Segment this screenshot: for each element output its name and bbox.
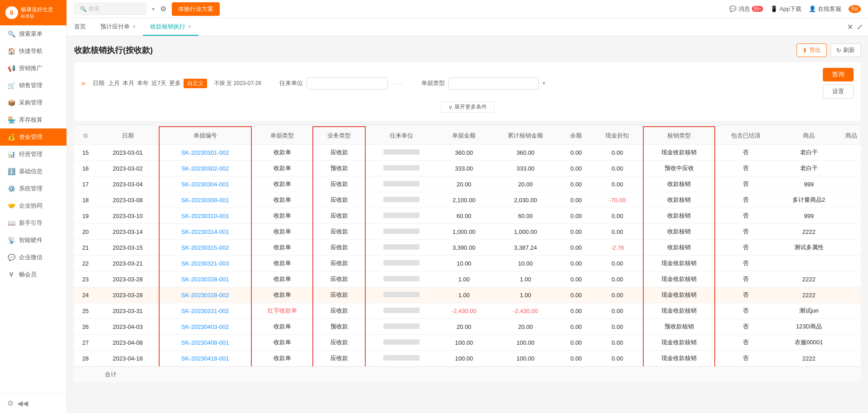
table-row[interactable]: 23 2023-03-28 SK-20230328-001 收款单 应收款 1.…: [74, 271, 861, 287]
date-opt-7days[interactable]: 近7天: [151, 79, 166, 87]
sidebar-item-wechat[interactable]: 💬企业微信: [0, 249, 66, 266]
cell-writeoff-amount: 100.00: [491, 335, 561, 351]
query-button[interactable]: 查询: [823, 68, 854, 81]
table-row[interactable]: 15 2023-03-01 SK-20230301-002 收款单 应收款 36…: [74, 145, 861, 161]
bill-type-input[interactable]: [448, 77, 539, 90]
bill-no-link[interactable]: SK-20230321-003: [181, 260, 229, 267]
cell-partner: [365, 192, 438, 208]
export-button[interactable]: ⬆ 导出: [797, 43, 827, 57]
cell-biz-type: 应收款: [313, 176, 365, 192]
sidebar-item-enterprise[interactable]: 🤝企业协同: [0, 197, 66, 214]
bill-no-link[interactable]: SK-20230302-002: [181, 165, 229, 172]
cell-biz-type: 预收款: [313, 161, 365, 176]
search-icon-topbar: 🔍: [80, 6, 87, 12]
sidebar-item-sales[interactable]: 🛒销售管理: [0, 77, 66, 94]
date-opt-custom[interactable]: 自定义: [184, 79, 207, 88]
cell-biz-type: 应收款: [313, 240, 365, 256]
sidebar-item-marketing[interactable]: 📢营销推广: [0, 60, 66, 77]
date-opt-this-year[interactable]: 本年: [137, 79, 149, 87]
col-header-balance: 余额: [561, 127, 592, 145]
sidebar-item-smart[interactable]: 📡智能硬件: [0, 232, 66, 249]
cell-bill-amount: 100.00: [438, 335, 491, 351]
filter-expand-toggle[interactable]: »: [81, 79, 85, 87]
sidebar-item-newbie[interactable]: 📖新手引导: [0, 214, 66, 232]
partner-input[interactable]: [307, 77, 388, 90]
wechat-icon: 💬: [7, 254, 15, 261]
cell-no: 21: [74, 240, 97, 256]
online-service-item[interactable]: 👤 在线客服: [809, 5, 841, 13]
tab-prepay[interactable]: 预计应付单 ×: [93, 18, 143, 36]
bill-no-link[interactable]: SK-20230308-001: [181, 197, 229, 204]
setting-button[interactable]: 设置: [823, 84, 854, 99]
bill-no-link[interactable]: SK-20230408-001: [181, 339, 229, 346]
cell-no: 27: [74, 335, 97, 351]
table-row[interactable]: 20 2023-03-14 SK-20230314-001 收款单 应收款 1,…: [74, 224, 861, 240]
table-row[interactable]: 18 2023-03-08 SK-20230308-001 收款单 应收款 2,…: [74, 192, 861, 208]
bill-no-link[interactable]: SK-20230304-001: [181, 181, 229, 188]
tab-home[interactable]: 首页: [67, 18, 93, 36]
cell-include-settled: 否: [715, 145, 776, 161]
topbar-gear-icon[interactable]: ⚙: [160, 5, 166, 13]
settings-footer-icon[interactable]: ⚙: [7, 399, 14, 408]
cell-partner: [365, 319, 438, 335]
dropdown-arrow-icon[interactable]: ▾: [542, 80, 545, 86]
tab-writeoff-close[interactable]: ×: [188, 24, 191, 30]
collapse-icon[interactable]: ◀◀: [17, 399, 28, 408]
bill-no-link[interactable]: SK-20230331-002: [181, 308, 229, 314]
bill-no-link[interactable]: SK-20230310-001: [181, 213, 229, 219]
table-row[interactable]: 28 2023-04-18 SK-20230418-001 收款单 应收款 10…: [74, 351, 861, 366]
table-row[interactable]: 19 2023-03-10 SK-20230310-001 收款单 应收款 60…: [74, 208, 861, 224]
sidebar-item-purchase[interactable]: 📦采购管理: [0, 94, 66, 111]
bill-no-link[interactable]: SK-20230301-002: [181, 149, 229, 156]
date-opt-this-month[interactable]: 本月: [123, 79, 134, 87]
user-item[interactable]: Rit: [849, 5, 861, 13]
message-item[interactable]: 💬 消息 99+: [729, 5, 763, 13]
sidebar-item-system[interactable]: ⚙️系统管理: [0, 180, 66, 197]
date-opt-more[interactable]: 更多: [169, 79, 181, 87]
sidebar-item-inventory[interactable]: 🏪库存核算: [0, 111, 66, 128]
expand-more-button[interactable]: ∨ 展开更多条件: [441, 101, 495, 113]
table-row[interactable]: 16 2023-03-02 SK-20230302-002 收款单 预收款 33…: [74, 161, 861, 176]
tab-expand-icon[interactable]: ⤢: [857, 23, 863, 31]
cell-product: 2222: [776, 287, 842, 303]
sidebar-item-member[interactable]: V畅会员: [0, 266, 66, 283]
date-opt-last-month[interactable]: 上月: [108, 79, 120, 87]
table-row[interactable]: 17 2023-03-04 SK-20230304-001 收款单 应收款 20…: [74, 176, 861, 192]
cell-cash-discount: 0.00: [592, 161, 643, 176]
bill-no-link[interactable]: SK-20230315-002: [181, 244, 229, 251]
bill-no-link[interactable]: SK-20230328-001: [181, 276, 229, 283]
tab-close-all-icon[interactable]: ✕: [847, 23, 853, 31]
col-header-date: 日期: [97, 127, 159, 145]
tab-prepay-close[interactable]: ×: [132, 24, 136, 30]
cell-writeoff-type: 收款核销: [643, 208, 715, 224]
bill-no-link[interactable]: SK-20230418-001: [181, 355, 229, 362]
cell-product: [776, 256, 842, 271]
bill-no-link[interactable]: SK-20230403-002: [181, 323, 229, 330]
bill-no-link[interactable]: SK-20230314-001: [181, 228, 229, 235]
solution-button[interactable]: 体验行业方案: [172, 2, 220, 16]
table-scroll[interactable]: ⚙ 日期 单据编号 单据类型 业务类型 往来单位 单据金额 累计核销金额 余额 …: [74, 126, 861, 366]
table-row[interactable]: 27 2023-04-08 SK-20230408-001 收款单 应收款 10…: [74, 335, 861, 351]
table-row[interactable]: 22 2023-03-21 SK-20230321-003 收款单 应收款 10…: [74, 256, 861, 271]
table-row[interactable]: 21 2023-03-15 SK-20230315-002 收款单 应收款 3,…: [74, 240, 861, 256]
sidebar-item-search[interactable]: 🔍搜索菜单: [0, 25, 66, 43]
sidebar-item-operations[interactable]: 📊经营管理: [0, 146, 66, 163]
table-row[interactable]: 26 2023-04-03 SK-20230403-002 收款单 预收款 20…: [74, 319, 861, 335]
app-download-item[interactable]: 📱 App下载: [770, 5, 802, 13]
sidebar-item-finance[interactable]: 💰资金管理: [0, 128, 66, 146]
cell-date: 2023-03-04: [97, 176, 159, 192]
col-header-gear[interactable]: ⚙: [74, 127, 97, 145]
refresh-button[interactable]: ↻ 刷新: [830, 43, 861, 57]
col-header-include-settled: 包含已结清: [715, 127, 776, 145]
sidebar-item-shortcut[interactable]: 🏠快捷导航: [0, 43, 66, 60]
table-row[interactable]: 25 2023-03-31 SK-20230331-002 红字收款单 应收款 …: [74, 303, 861, 319]
table-row[interactable]: 24 2023-03-28 SK-20230328-002 收款单 应收款 1.…: [74, 287, 861, 303]
cell-product2: [842, 224, 861, 240]
topbar-arrow-icon[interactable]: ▾: [152, 6, 155, 12]
bill-no-link[interactable]: SK-20230328-002: [181, 292, 229, 299]
cell-product2: [842, 351, 861, 366]
topbar-search[interactable]: 🔍 搜索: [74, 3, 146, 15]
sidebar-item-basic[interactable]: ℹ️基础信息: [0, 163, 66, 180]
gear-header-icon[interactable]: ⚙: [83, 132, 89, 139]
tab-writeoff[interactable]: 收款核销执行 ×: [143, 18, 198, 36]
